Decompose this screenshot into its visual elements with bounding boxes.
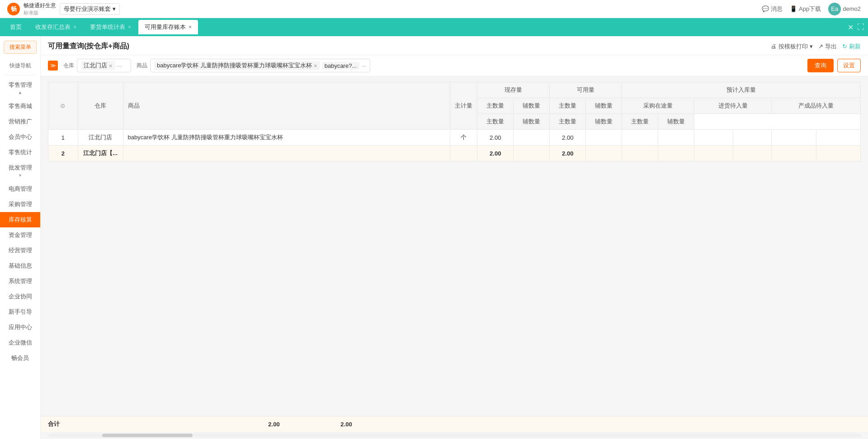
sidebar-item-system[interactable]: 系统管理 (0, 274, 40, 289)
message-button[interactable]: 💬 消息 (762, 5, 783, 13)
sidebar-item-label: 零售商城 (9, 102, 32, 110)
row-product: babycare学饮杯 儿童防摔防撞吸管杯重力球吸嘴杯宝宝水杯 (123, 130, 450, 146)
row-avail-main: 2.00 (550, 146, 586, 161)
tab-home[interactable]: 首页 (4, 20, 28, 34)
sidebar-item-finance[interactable]: 资金管理 (0, 227, 40, 243)
sidebar-item-retail-stats[interactable]: 零售统计 (0, 145, 40, 160)
sidebar-item-retail-shop[interactable]: 零售商城 (0, 99, 40, 114)
sidebar-item-marketing[interactable]: 营销推广 (0, 114, 40, 129)
planned-in-header: 预计入库量 (622, 82, 861, 98)
tab-receipts[interactable]: 收发存汇总表 × (29, 20, 83, 34)
sidebar-item-label: 企业微信 (9, 339, 32, 347)
chevron-up-icon: ▲ (18, 90, 23, 95)
prod-aux-sub: 辅数量 (658, 114, 694, 130)
stock-aux-sub: 辅数量 (514, 98, 550, 114)
app-name: 畅捷通好生意 (24, 2, 56, 9)
quick-nav-button[interactable]: 快捷导航 (0, 58, 40, 73)
app-subtitle: 标准版 (24, 9, 56, 16)
tab-orders[interactable]: 要货单统计表 × (84, 20, 137, 34)
query-button[interactable]: 查询 (807, 59, 834, 72)
close-orders-tab[interactable]: × (128, 24, 131, 30)
sidebar-item-label: 系统管理 (9, 277, 32, 285)
print-icon: 🖨 (771, 43, 777, 50)
row-prod-main (772, 130, 816, 146)
sidebar-search-area: 搜索菜单 (0, 36, 40, 58)
fullscreen-icon[interactable]: ⛶ (857, 23, 864, 31)
row-stock-aux (514, 146, 550, 161)
tab-available[interactable]: 可用量库存账本 × (138, 20, 198, 34)
warehouse-input[interactable]: 江北门店 × ··· (77, 59, 131, 72)
setting-button[interactable]: 设置 (837, 59, 861, 72)
sidebar-item-retail[interactable]: 零售管理 ▲ (0, 77, 40, 99)
remove-product-tag-1[interactable]: × (314, 62, 317, 69)
app-info: 畅捷通好生意 标准版 (24, 2, 56, 16)
stock-main-sub: 主数量 (477, 98, 514, 114)
download-icon: 📱 (790, 5, 797, 12)
sidebar-item-label: 经营管理 (9, 246, 32, 255)
settings-header[interactable]: ⚙ (48, 82, 78, 130)
sidebar-item-label: 会员中心 (9, 133, 32, 141)
available-header: 可用量 (550, 82, 622, 98)
row-no: 2 (48, 146, 78, 161)
sidebar-item-vip[interactable]: 畅会员 (0, 350, 40, 366)
row-prod-aux (816, 130, 860, 146)
avail-main-sub: 主数量 (550, 98, 586, 114)
warehouse-tag: 江北门店 × (81, 61, 115, 70)
purchase-in-header: 采购在途量 (622, 98, 694, 114)
scrollbar-thumb[interactable] (102, 434, 193, 437)
row-stock-main: 2.00 (477, 146, 514, 161)
sidebar-item-label: 电商管理 (9, 185, 32, 193)
user-profile[interactable]: Ea demo2 (828, 3, 861, 15)
sidebar-item-enterprise[interactable]: 企业协同 (0, 289, 40, 304)
row-stock-main: 2.00 (477, 130, 514, 146)
sidebar-item-appstore[interactable]: 应用中心 (0, 320, 40, 335)
app-download-button[interactable]: 📱 App下载 (790, 5, 821, 13)
sidebar-item-newbie[interactable]: 新手引导 (0, 304, 40, 320)
row-warehouse: 江北门店【... (78, 146, 123, 161)
export-button[interactable]: ↗ 导出 (818, 42, 837, 51)
sidebar-item-label: 应用中心 (9, 323, 32, 331)
sidebar-item-basic[interactable]: 基础信息 (0, 258, 40, 274)
inc-main-sub: 主数量 (550, 114, 586, 130)
main-layout: 搜索菜单 快捷导航 零售管理 ▲ 零售商城 营销推广 会员中心 零售统计 批发管… (0, 36, 868, 439)
row-prod-aux (816, 146, 860, 161)
remove-warehouse-tag[interactable]: × (109, 62, 113, 69)
pur-main-sub: 主数量 (477, 114, 514, 130)
row-inc-main (694, 146, 733, 161)
inventory-table: ⚙ 仓库 商品 主计量 现存量 可用量 预计入库量 主数量 辅数量 主数量 辅数… (48, 82, 861, 161)
close-all-tabs-icon[interactable]: ✕ (848, 23, 854, 32)
print-button[interactable]: 🖨 按模板打印 ▾ (771, 42, 813, 51)
store-selector[interactable]: 母婴行业演示账套 ▾ (60, 3, 120, 15)
sidebar-item-operations[interactable]: 经营管理 (0, 243, 40, 258)
close-available-tab[interactable]: × (189, 24, 192, 30)
horizontal-scrollbar[interactable] (48, 434, 861, 437)
unit-header: 主计量 (450, 82, 477, 130)
close-receipts-tab[interactable]: × (73, 24, 76, 30)
table-row-subtotal: 2 江北门店【... 2.00 2.00 (48, 146, 861, 161)
row-inc-aux (733, 146, 771, 161)
row-inc-aux (733, 130, 771, 146)
sidebar-item-member[interactable]: 会员中心 (0, 129, 40, 145)
product-input[interactable]: babycare学饮杯 儿童防摔防撞吸管杯重力球吸嘴杯宝宝水杯 × babyca… (150, 59, 370, 72)
sidebar-item-inventory[interactable]: 库存核算 (0, 212, 40, 227)
settings-icon[interactable]: ⚙ (60, 103, 66, 109)
refresh-button[interactable]: ↻ 刷新 (842, 42, 861, 51)
refresh-icon: ↻ (842, 43, 847, 50)
page-header: 可用量查询(按仓库+商品) 🖨 按模板打印 ▾ ↗ 导出 ↻ 刷新 (41, 36, 868, 55)
sidebar-item-label: 批发管理 (9, 164, 32, 172)
sidebar-item-wechat[interactable]: 企业微信 (0, 335, 40, 350)
search-menu-button[interactable]: 搜索菜单 (4, 41, 37, 54)
warehouse-more-icon[interactable]: ··· (117, 62, 122, 69)
footer-avail-main: 2.00 (328, 421, 364, 428)
expand-filter-button[interactable]: ≫ (48, 61, 58, 71)
sidebar-item-ecommerce[interactable]: 电商管理 (0, 181, 40, 197)
sidebar-item-label: 营销推广 (9, 118, 32, 126)
sidebar-item-purchase[interactable]: 采购管理 (0, 197, 40, 212)
sidebar-item-wholesale[interactable]: 批发管理 ▾ (0, 160, 40, 181)
avail-aux-sub: 辅数量 (586, 98, 622, 114)
product-more-icon[interactable]: ··· (361, 62, 366, 69)
row-pur-aux (658, 130, 694, 146)
row-avail-aux (586, 130, 622, 146)
footer-label: 合计 (48, 420, 111, 428)
row-inc-main (694, 130, 733, 146)
